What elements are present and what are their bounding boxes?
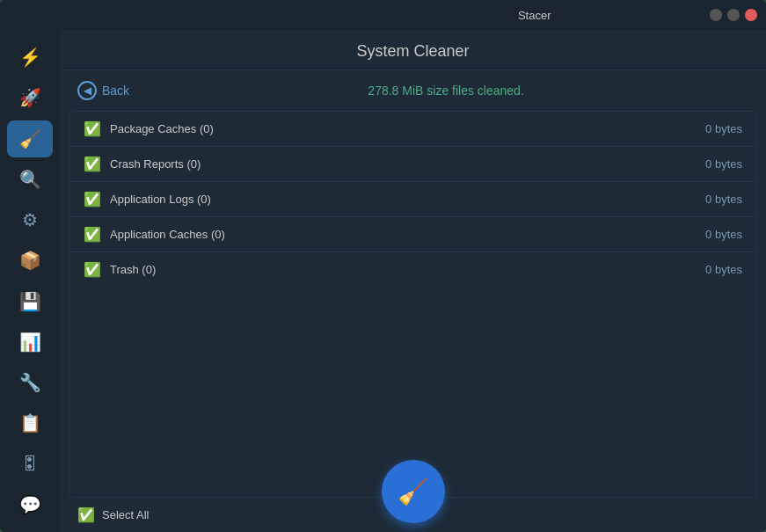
statistics-icon: 📊: [19, 332, 41, 353]
tweaks-icon: 🎛: [21, 454, 39, 474]
row-size: 0 bytes: [705, 228, 742, 241]
table-row[interactable]: ✅ Crash Reports (0) 0 bytes: [69, 147, 756, 182]
back-label: Back: [102, 84, 129, 98]
uninstaller-icon: 📦: [19, 250, 41, 271]
main-area: ⚡ 🚀 🧹 🔍 ⚙ 📦 💾 📊 🔧: [0, 30, 766, 532]
row-check-icon: ✅: [84, 156, 101, 172]
row-label: Application Caches (0): [110, 228, 705, 241]
titlebar: Stacer − □ ×: [0, 0, 766, 30]
back-icon: ◀: [77, 81, 97, 100]
row-label: Package Caches (0): [110, 122, 705, 135]
table-row[interactable]: ✅ Trash (0) 0 bytes: [69, 252, 756, 287]
footer: ✅ Select All 🧹: [60, 498, 766, 532]
files-table: ✅ Package Caches (0) 0 bytes ✅ Crash Rep…: [69, 111, 757, 498]
content-pane: System Cleaner ◀ Back 278.8 MiB size fil…: [60, 30, 766, 532]
row-label: Crash Reports (0): [110, 157, 705, 171]
sidebar-item-apt[interactable]: 📋: [7, 404, 53, 441]
sidebar-item-tweaks[interactable]: 🎛: [7, 446, 53, 483]
table-row[interactable]: ✅ Package Caches (0) 0 bytes: [69, 112, 756, 147]
row-size: 0 bytes: [705, 157, 742, 171]
sidebar-item-resources[interactable]: 💾: [7, 283, 53, 320]
sidebar: ⚡ 🚀 🧹 🔍 ⚙ 📦 💾 📊 🔧: [0, 30, 60, 532]
page-header: System Cleaner: [60, 30, 766, 70]
sidebar-item-terminal[interactable]: 💬: [7, 486, 53, 523]
sidebar-item-services[interactable]: ⚙: [7, 201, 53, 238]
window-controls: − □ ×: [710, 9, 757, 21]
clean-message: 278.8 MiB size files cleaned.: [143, 84, 748, 98]
row-size: 0 bytes: [705, 263, 742, 276]
sidebar-item-uninstaller[interactable]: 📦: [7, 242, 53, 279]
minimize-button[interactable]: −: [710, 9, 722, 21]
row-label: Application Logs (0): [110, 193, 705, 206]
sidebar-item-cleaner[interactable]: 🧹: [7, 120, 53, 157]
startup-icon: 🚀: [19, 87, 41, 108]
select-all-check-icon: ✅: [77, 506, 95, 523]
close-button[interactable]: ×: [745, 9, 757, 21]
sidebar-item-tools[interactable]: 🔧: [7, 364, 53, 401]
terminal-icon: 💬: [19, 494, 41, 515]
apt-icon: 📋: [19, 412, 41, 434]
select-all-container[interactable]: ✅ Select All: [77, 506, 149, 523]
sidebar-item-startup[interactable]: 🚀: [7, 79, 53, 116]
clean-button-icon: 🧹: [398, 477, 428, 506]
row-size: 0 bytes: [705, 122, 742, 135]
row-check-icon: ✅: [84, 226, 101, 243]
table-row[interactable]: ✅ Application Caches (0) 0 bytes: [69, 217, 756, 252]
select-all-label: Select All: [102, 508, 149, 521]
row-size: 0 bytes: [705, 193, 742, 206]
row-label: Trash (0): [110, 263, 705, 276]
sidebar-item-search[interactable]: 🔍: [7, 161, 53, 198]
dashboard-icon: ⚡: [19, 47, 41, 68]
search-icon: 🔍: [19, 169, 41, 190]
sidebar-item-dashboard[interactable]: ⚡: [7, 39, 53, 76]
sidebar-item-statistics[interactable]: 📊: [7, 324, 53, 361]
table-row[interactable]: ✅ Application Logs (0) 0 bytes: [69, 182, 756, 217]
back-button[interactable]: ◀ Back: [77, 81, 129, 100]
clean-button[interactable]: 🧹: [382, 460, 445, 523]
cleaner-icon: 🧹: [19, 128, 41, 149]
page-title: System Cleaner: [77, 42, 748, 61]
services-icon: ⚙: [22, 209, 38, 230]
app-title: Stacer: [360, 9, 711, 22]
result-bar: ◀ Back 278.8 MiB size files cleaned.: [60, 70, 766, 111]
row-check-icon: ✅: [84, 191, 101, 208]
maximize-button[interactable]: □: [727, 9, 740, 21]
row-check-icon: ✅: [84, 120, 101, 137]
row-check-icon: ✅: [84, 261, 101, 278]
resources-icon: 💾: [19, 291, 41, 312]
app-window: Stacer − □ × ⚡ 🚀 🧹 🔍 ⚙: [0, 0, 766, 532]
tools-icon: 🔧: [19, 372, 41, 393]
